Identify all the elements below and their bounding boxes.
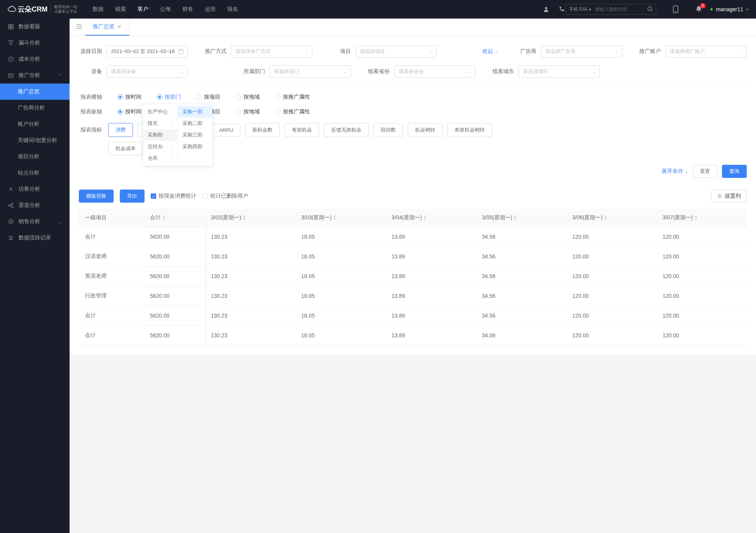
sidebar-subitem[interactable]: 推广总览 <box>0 84 70 100</box>
table-header[interactable]: 3/05(星期一)▲▼ <box>476 209 566 227</box>
table-cell: 120.00 <box>656 266 747 286</box>
nav-item[interactable]: 公海 <box>160 6 171 13</box>
close-icon[interactable]: ✕ <box>117 24 121 29</box>
column-settings-button[interactable]: 设置列 <box>711 190 747 202</box>
svg-point-16 <box>10 221 12 222</box>
sidebar-item[interactable]: 数据看版 <box>0 19 70 35</box>
metric-button[interactable]: 回访数 <box>373 123 403 137</box>
sidebar-subitem[interactable]: 账户分析 <box>0 116 70 132</box>
account-select[interactable]: 请选择推广账户⌄ <box>666 45 747 58</box>
radio-option[interactable]: 按地域 <box>236 108 260 115</box>
user-icon[interactable] <box>542 5 550 13</box>
phone-icon[interactable] <box>558 5 565 13</box>
switch-axis-button[interactable]: 横纵切换 <box>79 190 114 203</box>
h-axis-label: 报表横轴 <box>79 94 102 101</box>
search-input[interactable] <box>593 5 647 14</box>
cascader-item[interactable]: 采购四部 <box>178 141 213 152</box>
nav-item[interactable]: 客户 <box>138 6 148 13</box>
collapse-link[interactable]: 收起⌄ <box>482 48 498 55</box>
metric-button[interactable]: 有效机会 <box>284 123 319 137</box>
metric-button[interactable]: 有效机会销转 <box>447 123 492 137</box>
sidebar-item[interactable]: 渠道分析 <box>0 197 70 214</box>
calendar-icon <box>178 49 184 54</box>
sidebar-item[interactable]: 数据流转记录 <box>0 230 70 246</box>
nav-item[interactable]: 报名 <box>227 6 238 13</box>
user-menu[interactable]: manager11 ▾ <box>710 6 748 12</box>
cascader-item[interactable]: 采购一部 <box>178 106 213 118</box>
collapse-sidebar-icon[interactable] <box>73 21 85 33</box>
deleted-stat-checkbox[interactable]: 统计已删除用户 <box>203 193 248 200</box>
nav-item[interactable]: 运营 <box>205 6 216 13</box>
nav-item[interactable]: 线索 <box>115 6 126 13</box>
sidebar-subitem[interactable]: 站点分析 <box>0 165 70 181</box>
table-header[interactable]: 3/03(星期一)▲▼ <box>295 209 385 227</box>
reset-button[interactable]: 重置 <box>693 165 717 178</box>
export-button[interactable]: 导出 <box>120 190 145 203</box>
radio-option[interactable]: 按部门 <box>157 94 181 101</box>
metric-button[interactable]: 消费 <box>108 123 133 137</box>
nav-item[interactable]: 数据 <box>93 6 104 13</box>
cascader-item[interactable]: 仓库› <box>143 152 177 164</box>
table-header[interactable]: 一级项目 <box>79 209 144 227</box>
advertiser-select[interactable]: 请选择广告商⌄ <box>541 45 622 58</box>
metric-button[interactable]: 机会销转 <box>408 123 443 137</box>
radio-option[interactable]: 按项目 <box>196 94 220 101</box>
metric-button[interactable]: 反馈无效机会 <box>324 123 369 137</box>
radio-option[interactable]: 按时间 <box>117 108 141 115</box>
query-button[interactable]: 查询 <box>722 165 747 178</box>
sidebar-item[interactable]: 漏斗分析 <box>0 35 70 51</box>
city-select[interactable]: 请选择城市⌄ <box>519 65 600 78</box>
sidebar-subitem[interactable]: 关键词/创意分析 <box>0 132 70 149</box>
method-select[interactable]: 请选择推广方式⌄ <box>231 45 312 58</box>
mobile-icon[interactable] <box>672 5 679 13</box>
radio-option[interactable]: 按时间 <box>117 94 141 101</box>
sidebar-item[interactable]: 推广分析⌃ <box>0 67 70 84</box>
dept-select[interactable]: 请选择部门⌄ <box>270 65 351 78</box>
table-header[interactable]: 3/02(星期一)▲▼ <box>205 209 295 227</box>
table-cell: 会计 <box>79 227 144 247</box>
table-header[interactable]: 3/04(星期一)▲▼ <box>385 209 476 227</box>
project-select[interactable]: 请选择项目⌄ <box>356 45 437 58</box>
metric-button[interactable]: 机会成本 <box>108 142 143 155</box>
device-select[interactable]: 请选择设备⌄ <box>107 65 188 78</box>
sidebar-item[interactable]: 销售分析⌄ <box>0 214 70 230</box>
sidebar-subitem[interactable]: 广告商分析 <box>0 100 70 116</box>
table-cell: 13.89 <box>385 247 476 266</box>
cascader-item[interactable]: 采购三部 <box>178 129 213 141</box>
sidebar-subitem[interactable]: 项目分析 <box>0 149 70 165</box>
nav-item[interactable]: 财务 <box>182 6 193 13</box>
sort-icon: ▲▼ <box>514 215 517 221</box>
radio-option[interactable]: 按地域 <box>236 94 260 101</box>
svg-point-13 <box>12 203 13 205</box>
sidebar-item[interactable]: 成本分析 <box>0 51 70 67</box>
expand-conditions-link[interactable]: 展开条件⌄ <box>662 168 688 175</box>
search-type-select[interactable]: 手机号码 ▾ <box>569 6 593 13</box>
cascader-item[interactable]: 采购二部 <box>178 118 213 129</box>
advertiser-label: 广告商 <box>513 48 536 55</box>
tab-promotion-overview[interactable]: 推广总览 ✕ <box>85 19 129 36</box>
table-header[interactable]: 3/07(星期一)▲▼ <box>656 209 747 227</box>
sidebar-item[interactable]: 访客分析 <box>0 181 70 197</box>
radio-option[interactable]: 按推广属性 <box>275 94 310 101</box>
cascader-item[interactable]: 生产中心› <box>143 106 177 118</box>
cash-stat-checkbox[interactable]: ✓ 按现金消费统计 <box>151 193 196 200</box>
cascader-item[interactable]: 采购部› <box>143 129 177 141</box>
cascader-item[interactable]: 报关› <box>143 118 177 129</box>
cascader-item[interactable]: 总经办› <box>143 141 177 152</box>
date-range-input[interactable]: 2021–03–02 至 2021–03–16 <box>107 45 188 58</box>
table-cell: 13.89 <box>385 227 476 247</box>
search-icon[interactable] <box>647 6 653 13</box>
table-header[interactable]: 3/06(星期一)▲▼ <box>566 209 656 227</box>
bell-icon[interactable]: 5 <box>695 5 703 13</box>
table-cell: 行政管理 <box>79 286 144 306</box>
table-cell: 120.00 <box>566 286 656 306</box>
dept-cascader-popup: 生产中心›报关›采购部›总经办›仓库› 采购一部采购二部采购三部采购四部 <box>143 104 213 166</box>
svg-rect-8 <box>11 27 13 29</box>
metric-button[interactable]: ARPU <box>212 124 240 137</box>
metric-button[interactable]: 新机会数 <box>245 123 280 137</box>
radio-option[interactable]: 按推广属性 <box>275 108 310 115</box>
channel-icon <box>8 202 14 208</box>
chevron-right-icon: › <box>172 156 173 161</box>
province-select[interactable]: 请选择省份⌄ <box>394 65 475 78</box>
table-header[interactable]: 合计▲▼ <box>144 209 205 227</box>
